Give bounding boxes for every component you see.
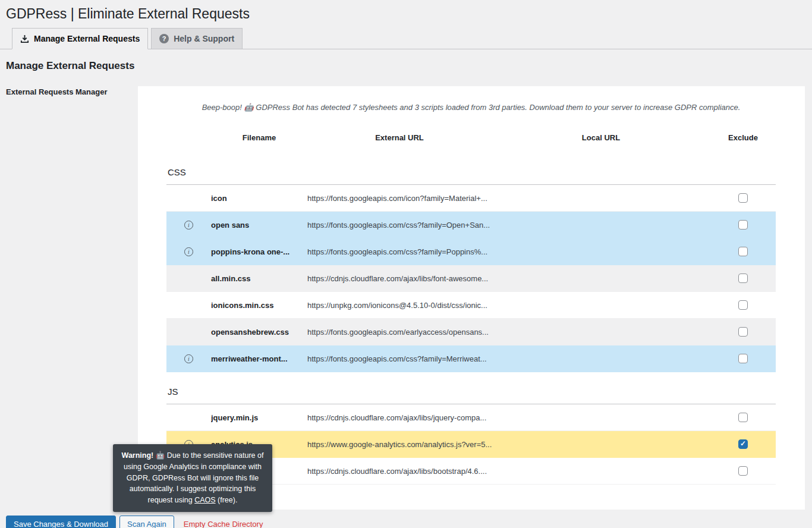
row-external-url: https://fonts.googleapis.com/css?family=… [307,354,492,363]
table-row: i open sans https://fonts.googleapis.com… [166,212,776,238]
column-header-spacer [166,133,211,142]
column-header-external-url: External URL [307,133,492,142]
group-heading-css: CSS [166,153,776,185]
exclude-checkbox[interactable] [738,439,748,449]
exclude-checkbox[interactable] [738,354,748,363]
save-changes-button[interactable]: Save Changes & Download [6,516,116,528]
tab-label: Manage External Requests [34,34,140,43]
table-row: i merriweather-mont... https://fonts.goo… [166,345,776,372]
exclude-checkbox[interactable] [738,247,748,256]
caos-link[interactable]: CAOS [194,496,215,504]
exclude-checkbox[interactable] [738,193,748,203]
table-row: all.min.css https://cdnjs.cloudflare.com… [166,265,776,292]
empty-cache-button[interactable]: Empty Cache Directory [178,516,269,528]
group-heading-js: JS [166,372,776,404]
section-heading: Manage External Requests [0,49,812,72]
exclude-checkbox[interactable] [738,466,748,476]
row-filename: poppins-krona one-... [211,247,307,256]
row-filename: jquery.min.js [211,413,307,422]
analytics-warning-tooltip: Warning! 🤖 Due to the sensitive nature o… [113,444,272,512]
tooltip-suffix: (free). [218,496,237,504]
exclude-checkbox[interactable] [738,300,748,310]
row-external-url: https://fonts.googleapis.com/icon?family… [307,194,492,203]
row-external-url: https://www.google-analytics.com/analyti… [307,440,492,449]
table-row: i poppins-krona one-... https://fonts.go… [166,238,776,265]
row-external-url: https://fonts.googleapis.com/css?family=… [307,247,492,256]
row-filename: icon [211,194,307,203]
row-filename: open sans [211,221,307,230]
row-filename: ionicons.min.css [211,301,307,310]
tab-label: Help & Support [174,34,234,43]
row-filename: opensanshebrew.css [211,328,307,337]
row-external-url: https://cdnjs.cloudflare.com/ajax/libs/f… [307,274,492,283]
exclude-checkbox[interactable] [738,327,748,337]
row-external-url: https://cdnjs.cloudflare.com/ajax/libs/b… [307,467,492,476]
exclude-checkbox[interactable] [738,274,748,283]
footer-actions: Save Changes & Download Scan Again Empty… [6,516,812,528]
row-external-url: https://cdnjs.cloudflare.com/ajax/libs/j… [307,413,492,422]
info-icon[interactable]: i [184,247,193,256]
tab-bar: Manage External Requests ? Help & Suppor… [0,28,812,49]
tab-help-support[interactable]: ? Help & Support [151,28,243,49]
row-filename: all.min.css [211,274,307,283]
row-external-url: https://unpkg.com/ionicons@4.5.10-0/dist… [307,301,492,310]
download-icon [20,34,29,43]
column-header-local-url: Local URL [492,133,710,142]
column-header-exclude: Exclude [710,133,776,142]
table-row: opensanshebrew.css https://fonts.googlea… [166,319,776,345]
bot-intro-message: Beep-boop! 🤖 GDPRess Bot has detected 7 … [166,103,776,112]
exclude-checkbox[interactable] [738,220,748,230]
column-header-filename: Filename [211,133,307,142]
row-filename: merriweather-mont... [211,354,307,363]
row-external-url: https://fonts.googleapis.com/earlyaccess… [307,328,492,337]
help-icon: ? [159,34,169,43]
table-header-row: Filename External URL Local URL Exclude [166,125,776,153]
table-row: jquery.min.js https://cdnjs.cloudflare.c… [166,404,776,431]
info-icon[interactable]: i [184,221,193,230]
scan-again-button[interactable]: Scan Again [119,516,174,528]
table-row: ionicons.min.css https://unpkg.com/ionic… [166,292,776,319]
tab-manage-external-requests[interactable]: Manage External Requests [12,28,148,49]
row-external-url: https://fonts.googleapis.com/css?family=… [307,221,492,230]
exclude-checkbox[interactable] [738,413,748,422]
tooltip-warning-label: Warning! [122,451,154,460]
table-row: icon https://fonts.googleapis.com/icon?f… [166,185,776,212]
info-icon[interactable]: i [184,354,193,363]
gdpress-admin-page: GDPRess | Eliminate External Requests Ma… [0,0,812,528]
page-title: GDPRess | Eliminate External Requests [0,0,812,24]
